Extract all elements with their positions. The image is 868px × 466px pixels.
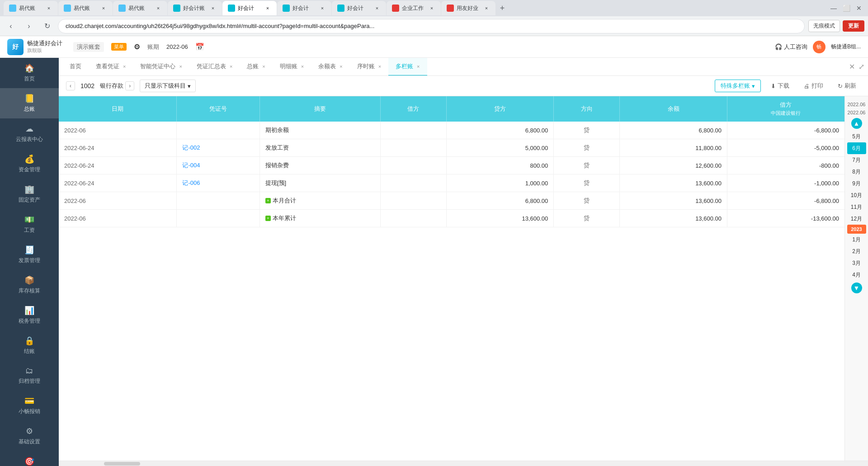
sidebar-item-cloud-report[interactable]: ☁ 云报表中心 (0, 118, 59, 149)
settings-icon[interactable]: ⚙ (134, 42, 140, 51)
prev-account-button[interactable]: ‹ (66, 81, 75, 90)
tab-close-1[interactable]: × (45, 5, 52, 12)
browser-tab-7[interactable]: 好会计 × (332, 1, 386, 15)
tab-balance-close[interactable]: × (340, 64, 342, 69)
browser-tab-8[interactable]: 企业工作 × (387, 1, 441, 15)
tab-close-6[interactable]: × (319, 5, 326, 12)
month-5[interactable]: 5月 (847, 131, 866, 142)
menu-badge[interactable]: 菜单 (111, 43, 127, 51)
sidebar-label-invoice: 发票管理 (19, 257, 40, 264)
tab-home[interactable]: 首页 (62, 58, 89, 76)
tab-multi-column[interactable]: 多栏账 × (388, 58, 427, 76)
update-button[interactable]: 更新 (843, 20, 864, 32)
next-account-button[interactable]: › (125, 81, 134, 90)
account-code: 1002 (77, 82, 98, 89)
browser-tab-5[interactable]: 好会计 × (222, 1, 277, 15)
month-11[interactable]: 11月 (847, 201, 866, 213)
scroll-up-button[interactable]: ▲ (851, 118, 862, 129)
address-input[interactable] (58, 19, 805, 33)
sidebar-label-fund: 资金管理 (19, 166, 40, 174)
browser-tab-1[interactable]: 易代账 × (4, 1, 58, 15)
tab-icon-3 (118, 5, 126, 12)
sidebar-item-invoice[interactable]: 🧾 发票管理 (0, 240, 59, 270)
sidebar-item-fund[interactable]: 💰 资金管理 (0, 149, 59, 179)
tab-close-5[interactable]: × (264, 5, 271, 12)
tab-general-close[interactable]: × (262, 64, 265, 69)
forward-button[interactable]: › (22, 19, 36, 33)
month-2023-1[interactable]: 1月 (847, 234, 866, 245)
tab-close-4[interactable]: × (209, 5, 217, 12)
tab-journal[interactable]: 序时账 × (350, 58, 388, 76)
month-2023-4[interactable]: 4月 (847, 269, 866, 281)
month-12[interactable]: 12月 (847, 213, 866, 225)
calendar-icon[interactable]: 📅 (195, 42, 204, 51)
month-2023-3[interactable]: 3月 (847, 257, 866, 269)
scroll-thumb[interactable] (104, 462, 140, 466)
tab-detail-close[interactable]: × (301, 64, 304, 69)
browser-tab-3[interactable]: 易代账 × (113, 1, 167, 15)
tab-close-8[interactable]: × (428, 5, 435, 12)
month-2023-2[interactable]: 2月 (847, 245, 866, 257)
tab-detail[interactable]: 明细账 × (273, 58, 311, 76)
tab-close-7[interactable]: × (373, 5, 381, 12)
sidebar-item-tax[interactable]: 📊 税务管理 (0, 300, 59, 330)
tab-close-2[interactable]: × (100, 5, 107, 12)
browser-tab-2[interactable]: 易代账 × (58, 1, 113, 15)
tab-close-9[interactable]: × (483, 5, 490, 12)
tab-voucher-close[interactable]: × (123, 64, 126, 69)
browser-tab-4[interactable]: 好会计账 × (168, 1, 222, 15)
minimize-button[interactable]: — (828, 3, 839, 14)
tab-smart-voucher[interactable]: 智能凭证中心 × (133, 58, 189, 76)
close-button[interactable]: ✕ (854, 3, 864, 14)
tab-journal-close[interactable]: × (378, 64, 381, 69)
browser-tab-6[interactable]: 好会计 × (277, 1, 331, 15)
sidebar-item-guide[interactable]: 🎯 新手引导 (0, 451, 59, 466)
tab-voucher[interactable]: 查看凭证 × (89, 58, 133, 76)
cell-summary-5: + 本年累计 (259, 210, 380, 227)
month-9[interactable]: 9月 (847, 178, 866, 189)
incognito-mode-button[interactable]: 无痕模式 (808, 20, 840, 32)
voucher-link-2[interactable]: 记-004 (182, 162, 200, 169)
back-button[interactable]: ‹ (4, 19, 18, 33)
tab-multi-close[interactable]: × (417, 64, 420, 69)
tab-close-panel-icon[interactable]: ✕ (849, 62, 855, 71)
sidebar-item-home[interactable]: 🏠 首页 (0, 58, 59, 88)
user-avatar[interactable]: 畅 (813, 41, 826, 53)
download-button[interactable]: ⬇ 下载 (766, 80, 794, 92)
voucher-link-3[interactable]: 记-006 (182, 179, 200, 186)
account-name: 银行存款 (100, 82, 123, 90)
tab-balance[interactable]: 余额表 × (311, 58, 349, 76)
tab-summary[interactable]: 凭证汇总表 × (189, 58, 240, 76)
tab-close-3[interactable]: × (155, 5, 162, 12)
sidebar-item-fixed-asset[interactable]: 🏢 固定资产 (0, 179, 59, 209)
month-6[interactable]: 6月 (847, 142, 866, 154)
tab-general[interactable]: 总账 × (240, 58, 272, 76)
settings-nav-icon: ⚙ (26, 426, 33, 436)
horizontal-scrollbar[interactable] (59, 461, 868, 466)
reload-button[interactable]: ↻ (40, 19, 54, 33)
maximize-button[interactable]: ⬜ (841, 3, 852, 14)
sidebar-item-inventory[interactable]: 📦 库存核算 (0, 270, 59, 300)
voucher-link-1[interactable]: 记-002 (182, 144, 200, 151)
sidebar-item-expense[interactable]: 💳 小畅报销 (0, 391, 59, 421)
tab-expand-icon[interactable]: ⤢ (859, 62, 864, 71)
tab-smart-close[interactable]: × (179, 64, 182, 69)
sidebar-item-archive[interactable]: 🗂 归档管理 (0, 361, 59, 391)
new-tab-button[interactable]: + (496, 2, 509, 14)
sidebar-item-payroll[interactable]: 💵 工资 (0, 209, 59, 240)
consult-button[interactable]: 🎧 人工咨询 (775, 43, 807, 51)
sidebar-item-settings[interactable]: ⚙ 基础设置 (0, 421, 59, 451)
special-multi-btn[interactable]: 特殊多栏账 ▾ (715, 80, 761, 92)
cloud-icon: ☁ (25, 124, 33, 134)
month-7[interactable]: 7月 (847, 154, 866, 166)
browser-tab-9[interactable]: 用友好业 × (441, 1, 495, 15)
scroll-down-button[interactable]: ▼ (851, 282, 862, 293)
sidebar-item-general-ledger[interactable]: 📒 总账 (0, 88, 59, 118)
tab-summary-close[interactable]: × (230, 64, 232, 69)
print-button[interactable]: 🖨 打印 (799, 80, 828, 92)
month-8[interactable]: 8月 (847, 166, 866, 178)
filter-dropdown[interactable]: 只显示下级科目 ▾ (140, 80, 196, 92)
month-10[interactable]: 10月 (847, 189, 866, 201)
sidebar-item-close[interactable]: 🔒 结账 (0, 330, 59, 361)
refresh-button[interactable]: ↻ 刷新 (833, 80, 861, 92)
